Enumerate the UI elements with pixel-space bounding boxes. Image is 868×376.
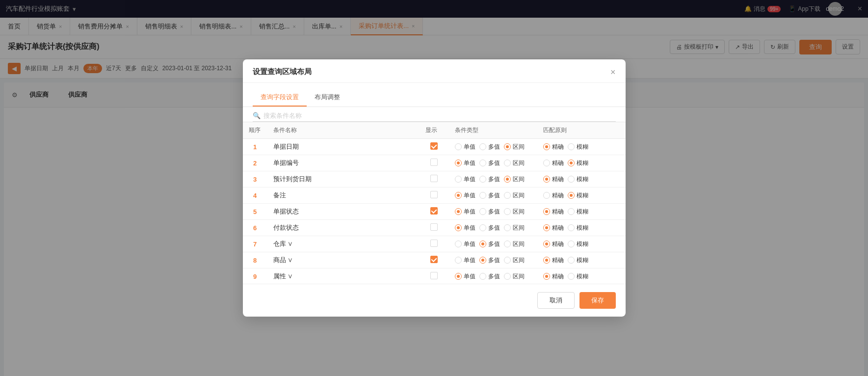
- dialog-tab-fields-label: 查询字段设置: [261, 93, 299, 101]
- radio-option[interactable]: 单值: [455, 159, 475, 167]
- radio-option[interactable]: 区间: [504, 159, 525, 167]
- radio-option[interactable]: 精确: [543, 175, 564, 184]
- radio-option[interactable]: 精确: [543, 224, 564, 232]
- radio-dot: [455, 192, 462, 199]
- cell-name: 单据编号: [267, 155, 420, 171]
- cell-type: 单值多值区间: [449, 269, 537, 284]
- radio-option[interactable]: 多值: [479, 175, 500, 184]
- cell-display[interactable]: [420, 188, 449, 204]
- radio-option[interactable]: 单值: [455, 143, 475, 151]
- radio-option[interactable]: 精确: [543, 272, 564, 281]
- radio-label: 模糊: [577, 159, 588, 167]
- radio-option[interactable]: 模糊: [568, 175, 588, 184]
- radio-option[interactable]: 区间: [504, 224, 525, 232]
- radio-option[interactable]: 模糊: [568, 191, 588, 200]
- radio-option[interactable]: 多值: [479, 208, 500, 216]
- radio-option[interactable]: 区间: [504, 208, 525, 216]
- cell-display[interactable]: [420, 171, 449, 188]
- radio-option[interactable]: 多值: [479, 224, 500, 232]
- radio-label: 精确: [552, 240, 564, 248]
- cell-display[interactable]: [420, 155, 449, 171]
- cell-name: 预计到货日期: [267, 171, 420, 188]
- radio-label: 精确: [552, 175, 564, 184]
- dialog-tab-layout[interactable]: 布局调整: [307, 89, 348, 107]
- table-row: 3预计到货日期单值多值区间精确模糊: [243, 171, 626, 188]
- type-radio-group: 单值多值区间: [455, 240, 531, 248]
- dialog-close-button[interactable]: ×: [610, 68, 616, 77]
- radio-option[interactable]: 多值: [479, 159, 500, 167]
- radio-option[interactable]: 多值: [479, 191, 500, 200]
- cancel-button[interactable]: 取消: [537, 292, 575, 309]
- search-input[interactable]: [263, 112, 616, 119]
- radio-option[interactable]: 单值: [455, 256, 475, 265]
- radio-option[interactable]: 模糊: [568, 256, 588, 265]
- radio-label: 单值: [464, 224, 475, 232]
- type-radio-group: 单值多值区间: [455, 272, 531, 281]
- save-button[interactable]: 保存: [579, 292, 616, 309]
- radio-option[interactable]: 单值: [455, 208, 475, 216]
- cell-order: 5: [243, 204, 267, 220]
- radio-option[interactable]: 精确: [543, 191, 564, 200]
- cell-display[interactable]: [420, 236, 449, 252]
- radio-option[interactable]: 精确: [543, 256, 564, 265]
- radio-option[interactable]: 多值: [479, 272, 500, 281]
- radio-option[interactable]: 单值: [455, 191, 475, 200]
- radio-option[interactable]: 模糊: [568, 272, 588, 281]
- cell-match: 精确模糊: [537, 171, 626, 188]
- cell-display[interactable]: [420, 252, 449, 269]
- radio-option[interactable]: 模糊: [568, 208, 588, 216]
- radio-option[interactable]: 模糊: [568, 224, 588, 232]
- radio-option[interactable]: 区间: [504, 175, 525, 184]
- radio-dot: [568, 192, 575, 199]
- display-checkbox[interactable]: [430, 142, 438, 150]
- display-checkbox[interactable]: [430, 159, 438, 166]
- radio-option[interactable]: 精确: [543, 240, 564, 248]
- conditions-table: 顺序 条件名称 显示 条件类型: [243, 122, 626, 284]
- radio-label: 区间: [513, 272, 525, 281]
- radio-dot: [504, 143, 511, 150]
- radio-option[interactable]: 区间: [504, 143, 525, 151]
- type-radio-group: 单值多值区间: [455, 143, 531, 151]
- radio-label: 模糊: [577, 240, 588, 248]
- radio-label: 多值: [488, 256, 500, 265]
- radio-dot: [543, 143, 550, 150]
- dialog-tab-fields[interactable]: 查询字段设置: [253, 89, 307, 107]
- radio-option[interactable]: 区间: [504, 272, 525, 281]
- radio-option[interactable]: 多值: [479, 240, 500, 248]
- display-checkbox[interactable]: [430, 272, 438, 279]
- radio-option[interactable]: 区间: [504, 240, 525, 248]
- match-radio-group: 精确模糊: [543, 191, 620, 200]
- cell-display[interactable]: [420, 139, 449, 155]
- cell-display[interactable]: [420, 204, 449, 220]
- cell-display[interactable]: [420, 269, 449, 284]
- radio-option[interactable]: 多值: [479, 143, 500, 151]
- radio-option[interactable]: 模糊: [568, 240, 588, 248]
- radio-option[interactable]: 区间: [504, 191, 525, 200]
- cell-display[interactable]: [420, 220, 449, 236]
- display-checkbox[interactable]: [430, 175, 438, 182]
- radio-dot: [568, 160, 575, 166]
- radio-dot: [479, 208, 486, 215]
- radio-option[interactable]: 精确: [543, 208, 564, 216]
- th-display: 显示: [420, 122, 449, 139]
- display-checkbox[interactable]: [430, 240, 438, 247]
- display-checkbox[interactable]: [430, 256, 438, 263]
- radio-option[interactable]: 模糊: [568, 143, 588, 151]
- radio-option[interactable]: 单值: [455, 224, 475, 232]
- radio-option[interactable]: 精确: [543, 143, 564, 151]
- type-radio-group: 单值多值区间: [455, 224, 531, 232]
- display-checkbox[interactable]: [430, 223, 438, 231]
- radio-option[interactable]: 单值: [455, 272, 475, 281]
- radio-option[interactable]: 精确: [543, 159, 564, 167]
- radio-option[interactable]: 单值: [455, 175, 475, 184]
- search-icon: 🔍: [253, 112, 261, 119]
- display-checkbox[interactable]: [430, 191, 438, 198]
- radio-option[interactable]: 模糊: [568, 159, 588, 167]
- radio-option[interactable]: 多值: [479, 256, 500, 265]
- radio-dot: [479, 257, 486, 264]
- display-checkbox[interactable]: [430, 207, 438, 215]
- radio-option[interactable]: 区间: [504, 256, 525, 265]
- radio-dot: [543, 257, 550, 264]
- radio-option[interactable]: 单值: [455, 240, 475, 248]
- radio-label: 精确: [552, 191, 564, 200]
